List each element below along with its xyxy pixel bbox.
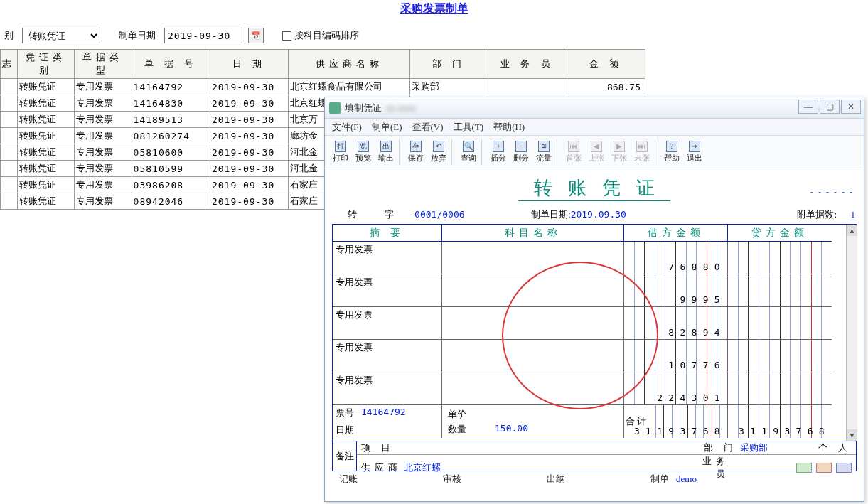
mini-btn-1[interactable] [796, 463, 812, 473]
col-header[interactable]: 金 额 [567, 50, 645, 79]
tb-查询[interactable]: 🔍查询 [457, 137, 480, 167]
col-header[interactable]: 部 门 [409, 50, 488, 79]
toolbar-icon: 出 [380, 141, 392, 152]
tb-输出[interactable]: 出输出 [375, 137, 397, 167]
tb-删分[interactable]: −删分 [510, 137, 532, 167]
make-date-input[interactable] [164, 28, 242, 43]
calendar-icon[interactable]: 📅 [248, 28, 264, 43]
voucher-line[interactable]: 专用发票76880 [333, 242, 856, 274]
toolbar-icon: ⇥ [689, 141, 700, 152]
tb-放弃[interactable]: ↶放弃 [427, 137, 450, 167]
voucher-dialog: 填制凭证 xx xxxx xx.xxx.xx — ▢ ✕ 文件(F)制单(E)查… [324, 97, 864, 502]
dept-value[interactable]: 采购部 [740, 441, 797, 454]
amount-value: 82894 [668, 327, 726, 338]
col-header[interactable]: 业 务 员 [488, 50, 567, 79]
close-button[interactable]: ✕ [841, 100, 861, 114]
tb-退出[interactable]: ⇥退出 [683, 137, 706, 167]
col-credit: 贷方金额 [728, 225, 832, 242]
menu-item[interactable]: 工具(T) [454, 121, 484, 134]
table-row[interactable]: 转账凭证专用发票141647922019-09-30北京红螺食品有限公司采购部8… [1, 79, 645, 95]
voucher-grid[interactable]: 摘 要 科目名称 借方金额 贷方金额 专用发票76880专用发票9995专用发票… [332, 224, 857, 441]
bill-date-label: 日期 [336, 424, 354, 436]
sort-by-code-label: 按科目编码排序 [294, 29, 359, 42]
col-header[interactable]: 凭证类别 [18, 50, 75, 79]
dialog-menubar[interactable]: 文件(F)制单(E)查看(V)工具(T)帮助(H) [325, 119, 864, 136]
voucher-line[interactable]: 专用发票9995 [333, 274, 856, 307]
toolbar-icon: 打 [335, 141, 346, 152]
col-header[interactable]: 志 [1, 50, 18, 79]
col-header[interactable]: 日 期 [210, 50, 288, 79]
filter-bar: 别 转账凭证 制单日期 📅 按科目编码排序 [0, 22, 868, 49]
col-header[interactable]: 单据类型 [75, 50, 132, 79]
bill-no[interactable]: 14164792 [361, 407, 406, 419]
menu-item[interactable]: 文件(F) [332, 121, 362, 134]
amount-value: 10776 [668, 360, 726, 370]
dialog-toolbar[interactable]: 打打印览预览出输出存保存↶放弃🔍查询+插分−删分≋流量⏮首张◀上张▶下张⏭末张?… [325, 136, 864, 168]
blurred-text: xx xxxx [386, 102, 416, 114]
attach-count[interactable]: 1 [837, 209, 855, 220]
person-label: 个 人 [818, 441, 852, 454]
toolbar-icon: ↶ [433, 141, 444, 152]
tb-首张: ⏮首张 [562, 137, 585, 167]
proj-label: 项 目 [361, 441, 404, 454]
qty-value[interactable]: 150.00 [495, 423, 528, 436]
dialog-body: 转账凭证 - - - - - - 转 字 - 0001/0006 制单日期:20… [325, 168, 864, 501]
meta-date-label: 制单日期: [531, 209, 571, 220]
prefix-label: 转 字 [348, 209, 407, 220]
toolbar-icon: ⏮ [568, 141, 579, 152]
col-header[interactable]: 单 据 号 [132, 50, 210, 79]
credit-total: 31193768 [739, 426, 830, 436]
sig-cashier-label: 出纳 [547, 473, 565, 484]
voucher-type-select[interactable]: 转账凭证 [22, 28, 100, 43]
menu-item[interactable]: 制单(E) [372, 121, 402, 134]
toolbar-icon: ▶ [614, 141, 625, 152]
sort-by-code-checkbox[interactable] [282, 31, 291, 41]
toolbar-icon: 览 [358, 141, 369, 152]
sig-audit-label: 审核 [443, 473, 461, 484]
voucher-big-title: 转账凭证 [518, 176, 670, 201]
mini-btn-2[interactable] [816, 463, 832, 473]
debit-total: 31193768 [634, 426, 726, 436]
toolbar-icon: ≋ [538, 141, 550, 152]
col-account: 科目名称 [442, 225, 624, 242]
seq-dash: - [409, 209, 412, 220]
amount-value: 76880 [668, 262, 726, 272]
seq-value[interactable]: 0001/0006 [414, 209, 464, 220]
voucher-remark: 备注 项 目 部 门 采购部 个 人 供应商 北京红螺 业务员 [332, 441, 857, 471]
qty-label: 数量 [448, 423, 466, 436]
tb-下张: ▶下张 [608, 137, 631, 167]
remark-label: 备注 [333, 441, 357, 471]
col-summary: 摘 要 [333, 225, 442, 242]
voucher-line[interactable]: 专用发票82894 [333, 307, 856, 340]
tb-帮助[interactable]: ?帮助 [660, 137, 683, 167]
sig-maker-value: demo [676, 473, 697, 484]
menu-item[interactable]: 查看(V) [412, 121, 444, 134]
tb-保存[interactable]: 存保存 [404, 137, 427, 167]
tb-打印[interactable]: 打打印 [329, 137, 352, 167]
tb-末张: ⏭末张 [631, 137, 653, 167]
voucher-line[interactable]: 专用发票10776 [333, 340, 856, 372]
scrollbar[interactable]: ▲▼ [846, 225, 857, 441]
tb-流量[interactable]: ≋流量 [532, 137, 555, 167]
dialog-title: 填制凭证 [345, 102, 382, 114]
toolbar-icon: 🔍 [463, 141, 474, 152]
tb-插分[interactable]: +插分 [487, 137, 510, 167]
toolbar-icon: + [493, 141, 504, 152]
voucher-line[interactable]: 专用发票224301 [333, 372, 856, 405]
menu-item[interactable]: 帮助(H) [493, 121, 525, 134]
price-label: 单价 [448, 408, 466, 421]
bill-no-label: 票号 [336, 407, 354, 419]
toolbar-icon: ◀ [591, 141, 602, 152]
page-title: 采购发票制单 [0, 0, 868, 22]
maximize-button[interactable]: ▢ [820, 100, 840, 114]
mini-btn-3[interactable] [836, 463, 852, 473]
tb-预览[interactable]: 览预览 [352, 137, 375, 167]
col-header[interactable]: 供应商名称 [289, 50, 410, 79]
minimize-button[interactable]: — [798, 100, 818, 114]
dialog-titlebar[interactable]: 填制凭证 xx xxxx xx.xxx.xx — ▢ ✕ [325, 97, 864, 119]
sig-maker-label: 制单 [650, 473, 669, 484]
col-debit: 借方金额 [624, 225, 728, 242]
voucher-meta: 转 字 - 0001/0006 制单日期:2019.09.30 附单据数:1 [331, 205, 858, 224]
supplier-value[interactable]: 北京红螺 [404, 461, 441, 474]
meta-date[interactable]: 2019.09.30 [571, 209, 626, 220]
